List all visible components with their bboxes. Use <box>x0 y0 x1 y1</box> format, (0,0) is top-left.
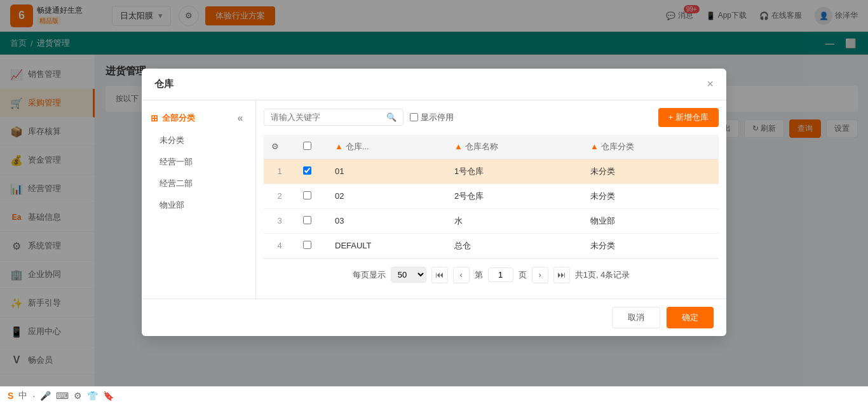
chinese-icon[interactable]: 中 <box>18 390 27 401</box>
search-input[interactable] <box>271 112 383 122</box>
row-checkbox-cell <box>295 233 327 258</box>
col-name: ▲仓库名称 <box>447 135 583 159</box>
row-name: 1号仓库 <box>447 159 583 184</box>
per-page-label: 每页显示 <box>353 269 386 281</box>
logo-s-icon: S <box>8 391 13 401</box>
row-checkbox[interactable] <box>303 166 311 175</box>
show-disabled-checkbox[interactable] <box>410 113 418 121</box>
row-code: 03 <box>327 208 447 233</box>
add-warehouse-button[interactable]: + 新增仓库 <box>658 108 719 127</box>
row-name: 水 <box>447 208 583 233</box>
modal-body: ⊞ 全部分类 « 未分类 经营一部 经营二部 物业部 🔍 <box>142 100 726 299</box>
category-item-unclassified[interactable]: 未分类 <box>142 130 255 151</box>
row-category: 未分类 <box>583 233 719 258</box>
keyboard-icon[interactable]: ⌨ <box>56 391 69 401</box>
settings-bottom-icon[interactable]: ⚙ <box>74 391 82 401</box>
category-item-ops2[interactable]: 经营二部 <box>142 173 255 194</box>
search-input-wrap: 🔍 <box>264 109 403 126</box>
page-suffix: 页 <box>519 269 527 281</box>
shirt-icon[interactable]: 👕 <box>87 391 98 401</box>
show-disabled-label: 显示停用 <box>421 112 454 123</box>
page-label: 第 <box>475 269 483 281</box>
confirm-button[interactable]: 确定 <box>667 307 714 328</box>
first-page-button[interactable]: ⏮ <box>431 267 448 283</box>
modal-header: 仓库 × <box>142 69 726 100</box>
row-code: 01 <box>327 159 447 184</box>
select-all-checkbox[interactable] <box>303 142 311 150</box>
mic-icon[interactable]: 🎤 <box>40 391 51 401</box>
page-input[interactable] <box>488 267 513 282</box>
row-category: 未分类 <box>583 159 719 184</box>
category-item-ops1[interactable]: 经营一部 <box>142 151 255 173</box>
col-checkbox <box>295 135 327 159</box>
category-panel: ⊞ 全部分类 « 未分类 经营一部 经营二部 物业部 <box>142 100 256 299</box>
category-header-label: 全部分类 <box>162 112 195 124</box>
table-toolbar: 🔍 显示停用 + 新增仓库 <box>264 108 719 127</box>
row-checkbox-cell <box>295 184 327 208</box>
row-checkbox[interactable] <box>303 241 311 249</box>
show-disabled-wrap: 显示停用 <box>410 112 454 123</box>
modal-title: 仓库 <box>154 78 173 90</box>
table-row[interactable]: 4 DEFAULT 总仓 未分类 <box>264 233 719 258</box>
row-num: 4 <box>264 233 295 258</box>
prev-page-button[interactable]: ‹ <box>453 267 470 283</box>
row-category: 物业部 <box>583 208 719 233</box>
settings-gear-icon: ⚙ <box>271 142 279 151</box>
col-code: ▲仓库... <box>327 135 447 159</box>
search-icon: 🔍 <box>386 112 397 122</box>
close-icon[interactable]: × <box>707 77 714 91</box>
col-settings: ⚙ <box>264 135 295 159</box>
row-name: 总仓 <box>447 233 583 258</box>
row-num: 1 <box>264 159 295 184</box>
row-checkbox-cell <box>295 159 327 184</box>
category-header: ⊞ 全部分类 « <box>142 107 255 130</box>
cancel-button[interactable]: 取消 <box>612 307 660 328</box>
total-info: 共1页, 4条记录 <box>575 269 630 281</box>
row-name: 2号仓库 <box>447 184 583 208</box>
table-row[interactable]: 3 03 水 物业部 <box>264 208 719 233</box>
warehouse-modal: 仓库 × ⊞ 全部分类 « 未分类 经营一部 经营二部 物业部 <box>142 69 726 336</box>
warehouse-table: ⚙ ▲仓库... ▲仓库名称 ▲仓库分类 1 01 1号仓库 未分类 2 02 … <box>264 135 719 259</box>
row-num: 2 <box>264 184 295 208</box>
row-checkbox[interactable] <box>303 216 311 224</box>
modal-overlay: 仓库 × ⊞ 全部分类 « 未分类 经营一部 经营二部 物业部 <box>0 0 868 404</box>
bottom-bar: S 中 · 🎤 ⌨ ⚙ 👕 🔖 <box>0 386 868 404</box>
row-num: 3 <box>264 208 295 233</box>
row-checkbox-cell <box>295 208 327 233</box>
per-page-select[interactable]: 50 100 <box>391 267 426 283</box>
col-category: ▲仓库分类 <box>583 135 719 159</box>
row-code: 02 <box>327 184 447 208</box>
row-category: 未分类 <box>583 184 719 208</box>
category-item-property[interactable]: 物业部 <box>142 194 255 216</box>
last-page-button[interactable]: ⏭ <box>553 267 570 283</box>
modal-footer: 取消 确定 <box>142 299 726 336</box>
next-page-button[interactable]: › <box>532 267 548 283</box>
pagination: 每页显示 50 100 ⏮ ‹ 第 页 › ⏭ 共1页, 4条记录 <box>264 259 719 291</box>
row-code: DEFAULT <box>327 233 447 258</box>
table-panel: 🔍 显示停用 + 新增仓库 ⚙ ▲仓库... <box>256 100 726 299</box>
grid-icon: ⊞ <box>151 113 158 123</box>
collapse-button[interactable]: « <box>234 112 247 125</box>
table-row[interactable]: 1 01 1号仓库 未分类 <box>264 159 719 184</box>
dot-icon: · <box>32 391 35 401</box>
row-checkbox[interactable] <box>303 191 311 199</box>
bookmark-icon[interactable]: 🔖 <box>103 391 114 401</box>
table-row[interactable]: 2 02 2号仓库 未分类 <box>264 184 719 208</box>
